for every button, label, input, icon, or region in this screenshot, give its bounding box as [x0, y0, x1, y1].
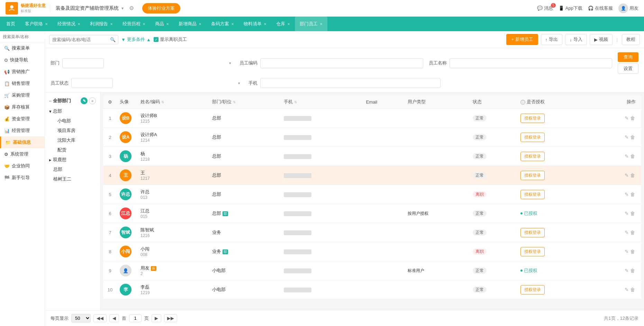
message-btn[interactable]: 💬 消息 5	[537, 5, 553, 11]
sidebar-item-business[interactable]: 📊 经营管理	[0, 125, 45, 136]
authorize-login-button[interactable]: 授权登录	[520, 285, 545, 294]
tab-bom[interactable]: 物料清单 ✕	[239, 17, 271, 31]
search-input[interactable]	[49, 35, 118, 44]
empcode-filter-input[interactable]	[260, 58, 423, 68]
authorize-login-button[interactable]: 授权登录	[520, 171, 545, 180]
edit-button[interactable]: ✎	[625, 115, 629, 121]
edit-button[interactable]: ✎	[625, 153, 629, 159]
sidebar-item-marketing[interactable]: 📢 营销推广	[0, 66, 45, 78]
close-operation-tab[interactable]: ✕	[78, 22, 80, 26]
close-history-tab[interactable]: ✕	[143, 22, 145, 26]
close-goods-tab[interactable]: ✕	[166, 22, 169, 26]
sidebar-item-collab[interactable]: 🤝 企业协同	[0, 160, 45, 172]
dept-sort-icon[interactable]: ⇅	[233, 100, 236, 104]
delete-button[interactable]: 🗑	[630, 287, 635, 292]
more-conditions-btn[interactable]: ▼ 更多条件 ▲	[121, 36, 151, 43]
dropdown-arrow-icon[interactable]: ▾	[121, 6, 124, 11]
page-number-input[interactable]	[129, 314, 142, 322]
sidebar-item-guide[interactable]: 🏁 新手引导	[0, 172, 45, 184]
sidebar-item-basic-info[interactable]: 📁 基础信息	[0, 136, 45, 148]
edit-button[interactable]: ✎	[625, 268, 629, 273]
tab-operation[interactable]: 经营情况 ✕	[53, 17, 85, 31]
dept-select[interactable]	[62, 58, 104, 68]
page-size-select[interactable]: 50 20 100	[71, 314, 91, 323]
delete-button[interactable]: 🗑	[630, 115, 635, 121]
edit-button[interactable]: ✎	[625, 211, 629, 216]
help-button[interactable]: 教程	[622, 34, 640, 45]
delete-button[interactable]: 🗑	[630, 268, 635, 273]
authorize-login-button[interactable]: 授权登录	[520, 133, 545, 142]
close-barcode-tab[interactable]: ✕	[231, 22, 234, 26]
sidebar-item-quick-nav[interactable]: ⊙ 快捷导航	[0, 54, 45, 66]
tab-home[interactable]: 首页	[1, 17, 20, 31]
tab-history[interactable]: 经营历程 ✕	[118, 17, 150, 31]
add-employee-button[interactable]: + 新增员工	[506, 34, 538, 45]
authorize-login-button[interactable]: 授权登录	[520, 190, 545, 199]
dept-node-project-storage[interactable]: 项目库房	[49, 126, 100, 135]
dept-node-shenyang[interactable]: 沈阳大库	[49, 135, 100, 145]
sidebar-item-system[interactable]: ⚙ 系统管理	[0, 148, 45, 160]
delete-button[interactable]: 🗑	[630, 173, 635, 178]
dept-node-hq2[interactable]: 总部	[45, 165, 100, 174]
query-button[interactable]: 查询	[618, 52, 638, 62]
first-page-button[interactable]: ◀◀	[93, 314, 107, 322]
prev-page-button[interactable]: ◀	[109, 314, 119, 322]
dept-node-headquarters[interactable]: ▾ 总部	[45, 106, 100, 116]
close-profit-tab[interactable]: ✕	[110, 22, 113, 26]
tab-barcode[interactable]: 条码方案 ✕	[206, 17, 239, 31]
empname-filter-input[interactable]	[450, 58, 612, 68]
sidebar-item-finance[interactable]: 💰 资金管理	[0, 113, 45, 125]
edit-button[interactable]: ✎	[625, 192, 629, 197]
tab-warehouse[interactable]: 仓库 ✕	[271, 17, 295, 31]
set-button[interactable]: 设置	[618, 63, 638, 74]
online-service-btn[interactable]: 🎧 在线客服	[588, 5, 613, 11]
delete-button[interactable]: 🗑	[630, 249, 635, 254]
auth-info-icon[interactable]: ⓘ	[520, 100, 525, 105]
delete-button[interactable]: 🗑	[630, 211, 635, 216]
import-button[interactable]: ↓ 导入	[565, 34, 587, 45]
phone-filter-input[interactable]	[260, 78, 441, 88]
phone-sort-icon[interactable]: ⇅	[294, 100, 297, 104]
edit-button[interactable]: ✎	[625, 173, 629, 178]
dept-node-small-elec[interactable]: 小电部	[49, 116, 100, 126]
dept-node-dispatch[interactable]: 配货	[49, 145, 100, 155]
next-page-button[interactable]: ▶	[152, 314, 161, 322]
name-sort-icon[interactable]: ⇅	[161, 100, 164, 104]
tab-profit[interactable]: 利润报告 ✕	[85, 17, 118, 31]
show-resigned-toggle[interactable]: ✓ 显示离职员工	[154, 36, 187, 43]
authorize-login-button[interactable]: 授权登录	[520, 114, 545, 123]
delete-button[interactable]: 🗑	[630, 134, 635, 140]
tab-customer[interactable]: 客户联络 ✕	[20, 17, 53, 31]
close-bom-tab[interactable]: ✕	[264, 22, 266, 26]
close-warehouse-tab[interactable]: ✕	[287, 22, 290, 26]
authorize-login-button[interactable]: 授权登录	[520, 247, 545, 256]
dept-node-zhishu[interactable]: 植树王二	[45, 174, 100, 184]
export-button[interactable]: ↑ 导出	[541, 34, 563, 45]
close-dept-tab[interactable]: ✕	[320, 22, 323, 26]
settings-col-icon[interactable]: ⚙	[108, 99, 112, 105]
dept-collapse-icon[interactable]: «	[89, 97, 96, 104]
close-new-goods-tab[interactable]: ✕	[199, 22, 201, 26]
edit-button[interactable]: ✎	[625, 249, 629, 254]
view-button[interactable]: ▶ 视频	[590, 34, 613, 45]
dept-edit-icon[interactable]: ✎	[81, 97, 88, 104]
close-customer-tab[interactable]: ✕	[45, 22, 48, 26]
search-icon-btn[interactable]: 🔍	[110, 37, 116, 42]
sidebar-item-sales[interactable]: 📋 销售管理	[0, 78, 45, 89]
settings-gear-icon[interactable]: ⚙	[129, 5, 134, 11]
tab-goods[interactable]: 商品 ✕	[150, 17, 174, 31]
dept-node-shuanglu[interactable]: ▸ 双鹿想	[45, 155, 100, 165]
delete-button[interactable]: 🗑	[630, 192, 635, 197]
last-page-button[interactable]: ▶▶	[164, 314, 177, 322]
empstatus-select[interactable]	[71, 78, 113, 88]
tab-new-goods[interactable]: 新增商品 ✕	[174, 17, 206, 31]
edit-button[interactable]: ✎	[625, 287, 629, 292]
delete-button[interactable]: 🗑	[630, 230, 635, 235]
edit-button[interactable]: ✎	[625, 134, 629, 140]
sidebar-item-purchase[interactable]: 🛒 采购管理	[0, 89, 45, 101]
user-area[interactable]: 👤 用友	[618, 3, 638, 13]
authorize-login-button[interactable]: 授权登录	[520, 228, 545, 237]
resigned-checkbox[interactable]: ✓	[154, 37, 158, 42]
edit-button[interactable]: ✎	[625, 230, 629, 235]
sidebar-item-inventory[interactable]: 📦 库存核算	[0, 101, 45, 113]
